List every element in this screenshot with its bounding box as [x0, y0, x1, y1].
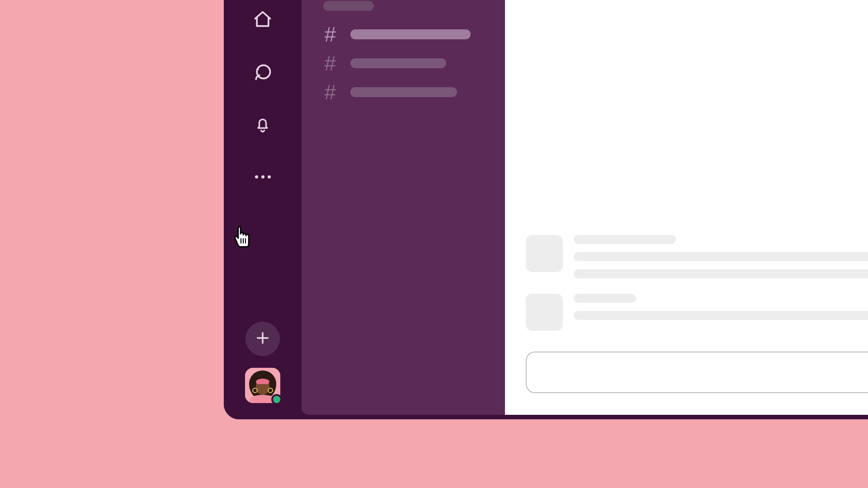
channel-name-placeholder [350, 58, 446, 68]
channel-name-placeholder [350, 87, 457, 97]
conversation-pane [505, 0, 868, 415]
bell-icon [254, 114, 272, 134]
channel-item[interactable]: # [323, 25, 487, 43]
message-line-placeholder [574, 269, 868, 278]
nav-home[interactable] [249, 5, 277, 33]
hash-icon: # [323, 53, 337, 74]
message-list [526, 235, 868, 331]
message-avatar [526, 294, 563, 331]
dms-icon [253, 62, 273, 82]
channel-section-header[interactable] [323, 1, 374, 11]
channel-name-placeholder [350, 29, 471, 39]
message-composer[interactable] [526, 352, 868, 393]
message-avatar [526, 235, 563, 272]
message-line-placeholder [574, 311, 868, 320]
channel-item[interactable]: # [323, 54, 487, 72]
nav-activity[interactable] [249, 110, 277, 138]
home-icon [253, 9, 273, 29]
channel-sidebar: ### [302, 0, 505, 415]
svg-point-1 [257, 68, 259, 70]
presence-indicator [271, 394, 282, 405]
user-avatar[interactable] [245, 368, 280, 403]
message-line-placeholder [574, 294, 636, 303]
hash-icon: # [323, 24, 337, 45]
hash-icon: # [323, 82, 337, 103]
nav-dms[interactable] [249, 58, 277, 86]
more-icon [255, 175, 271, 178]
message [526, 235, 868, 278]
nav-more[interactable] [249, 163, 277, 191]
nav-rail [224, 0, 302, 419]
message-line-placeholder [574, 235, 676, 244]
message-line-placeholder [574, 252, 868, 261]
message-body [574, 235, 868, 278]
message [526, 294, 868, 331]
plus-icon [255, 330, 270, 347]
channel-item[interactable]: # [323, 83, 487, 101]
message-body [574, 294, 868, 320]
create-button[interactable] [245, 322, 280, 356]
svg-point-0 [257, 65, 270, 78]
app-shell: ### [224, 0, 868, 419]
